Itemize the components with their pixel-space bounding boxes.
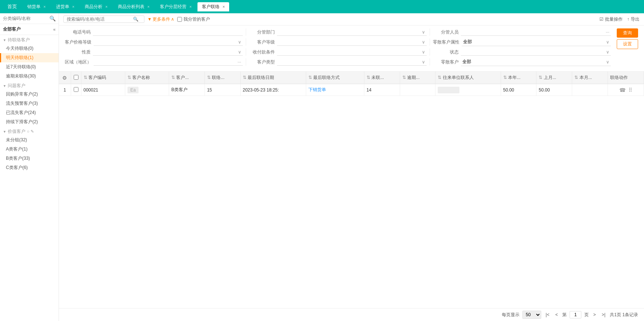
all-customers-title[interactable]: 全部客户 « [0, 24, 59, 35]
sidebar-item-today[interactable]: 今天待联络(0) [0, 44, 59, 53]
filter-phone-input[interactable] [93, 29, 243, 36]
filter-payment-select[interactable]: ∨ [277, 49, 427, 56]
sidebar-item-tomorrow[interactable]: 明天待联络(1) [0, 53, 59, 62]
search-submit-icon[interactable]: 🔍 [133, 17, 139, 22]
payment-arrow-icon: ∨ [422, 49, 425, 55]
more-filter-btn[interactable]: ▼ 更多条件 ∧ [147, 16, 174, 23]
sidebar-item-ungrouped[interactable]: 未分组(32) [0, 135, 59, 145]
row-checkbox [71, 84, 81, 96]
close-sales-tab[interactable]: × [43, 4, 46, 9]
nav-product-analysis-list[interactable]: 商品分析列表 × [113, 2, 154, 11]
row-last-method-link[interactable]: 下销货单 [308, 87, 326, 92]
filter-payment-label: 收付款条件 [249, 49, 275, 55]
per-page-select[interactable]: 50 100 200 [522, 311, 541, 319]
close-product-list-tab[interactable]: × [147, 4, 150, 9]
filter-region-select[interactable]: ··· [94, 59, 243, 66]
col-code[interactable]: ⇅ 客户编码 [81, 72, 125, 84]
col-action: 联络动作 [608, 72, 644, 84]
customer-table: ⚙ ⇅ 客户编码 ⇅ 客户名称 [59, 72, 644, 96]
filter-nature-select[interactable]: ∨ [93, 49, 243, 56]
query-button[interactable]: 查询 [617, 28, 638, 38]
filter-retail-select[interactable]: 全部∨ [461, 58, 611, 66]
row-index: 1 [59, 84, 71, 96]
search-input-wrap: 🔍 [63, 15, 144, 23]
col-this-year[interactable]: ⇅ 本年... [501, 72, 536, 84]
region-dots-icon: ··· [238, 59, 241, 65]
sidebar-item-overdue[interactable]: 逾期未联络(30) [0, 72, 59, 81]
filter-price-level-select[interactable]: ∨ [94, 39, 243, 46]
row-type: B类客户 [169, 84, 205, 96]
close-customer-contact-tab[interactable]: × [223, 4, 225, 9]
col-last-date[interactable]: ⇅ 最后联络日期 [240, 72, 306, 84]
search-input[interactable] [67, 17, 133, 22]
sidebar-item-class-b[interactable]: B类客户(33) [0, 154, 59, 163]
col-overdue[interactable]: ⇅ 逾期... [400, 72, 435, 84]
filter-dept: 分管部门 ∨ [249, 29, 427, 36]
col-this-year-sort-icon: ⇅ [503, 75, 508, 80]
filter-dept-select[interactable]: ∨ [277, 29, 427, 36]
select-all-checkbox[interactable] [74, 75, 78, 80]
row-contact: 15 [204, 84, 240, 96]
nav-sales[interactable]: 销货单 × [23, 2, 50, 11]
filter-dept-label: 分管部门 [249, 29, 275, 35]
sidebar-item-class-c[interactable]: C类客户(6) [0, 163, 59, 172]
filter-customer-type-select[interactable]: ∨ [277, 59, 427, 66]
page-first-btn[interactable]: |< [544, 311, 551, 318]
row-this-month [572, 84, 608, 96]
nav-customer-segment[interactable]: 客户分层经营 × [155, 2, 196, 11]
row-unit-contact [435, 84, 501, 96]
col-unlinkd[interactable]: ⇅ 未联... [364, 72, 400, 84]
col-last-date-sort-icon: ⇅ [243, 75, 248, 80]
action-more-icon[interactable]: ⠿ [629, 87, 632, 93]
sidebar-collapse-btn[interactable]: « [53, 27, 56, 32]
filter-manager-select[interactable]: ··· [461, 29, 611, 36]
nav-purchase[interactable]: 进货单 × [52, 2, 79, 11]
page-next-btn[interactable]: > [592, 311, 597, 318]
group-pending-contact[interactable]: 待联络客户 [0, 35, 59, 44]
setting-button[interactable]: 设置 [617, 39, 638, 49]
col-gear[interactable]: ⚙ [59, 72, 71, 84]
group-problem-customers[interactable]: 问题客户 [0, 81, 59, 90]
my-customers-checkbox[interactable] [177, 17, 182, 22]
nav-customer-contact[interactable]: 客户联络 × [197, 2, 229, 11]
close-product-analysis-tab[interactable]: × [105, 4, 108, 9]
action-contact-icon[interactable]: ☎ [619, 87, 626, 93]
col-contact[interactable]: ⇅ 联络... [204, 72, 240, 84]
group-value-customers[interactable]: 价值客户 ○ ✎ [0, 127, 59, 135]
col-last-method[interactable]: ⇅ 最后联络方式 [306, 72, 364, 84]
col-type[interactable]: ⇅ 客户... [169, 72, 205, 84]
sidebar-item-class-a[interactable]: A类客户(1) [0, 145, 59, 154]
sidebar-item-churn-warning[interactable]: 流失预警客户(3) [0, 99, 59, 108]
close-purchase-tab[interactable]: × [72, 4, 74, 9]
page-number-input[interactable] [570, 311, 581, 318]
filter-customer-level-select[interactable]: ∨ [277, 39, 427, 46]
export-btn[interactable]: ↑ 导出 [627, 16, 640, 23]
sidebar-item-churned[interactable]: 已流失客户(24) [0, 108, 59, 117]
sidebar-item-repurchase-abnormal[interactable]: 回购异常客户(2) [0, 90, 59, 99]
page-last-btn[interactable]: >| [600, 311, 607, 318]
row-select-checkbox[interactable] [74, 87, 78, 92]
sidebar-search-input[interactable] [3, 16, 49, 21]
table-gear-icon[interactable]: ⚙ [62, 75, 67, 81]
nav-home[interactable]: 首页 [3, 2, 21, 11]
total-label: 共1页 1条记录 [610, 312, 638, 318]
nav-product-analysis[interactable]: 商品分析 × [80, 2, 112, 11]
filter-retail-attr-select[interactable]: 全部∨ [462, 38, 611, 46]
col-name[interactable]: ⇅ 客户名称 [125, 72, 169, 84]
filter-status-select[interactable]: ∨ [461, 49, 611, 56]
batch-op-btn[interactable]: ☑ 批量操作 [599, 16, 623, 23]
sidebar-item-7days[interactable]: 近7天待联络(0) [0, 62, 59, 72]
col-contact-sort-icon: ⇅ [207, 75, 212, 80]
filter-status-label: 状态 [433, 49, 459, 55]
page-prev-btn[interactable]: < [554, 311, 559, 318]
col-this-month[interactable]: ⇅ 本月... [572, 72, 608, 84]
sidebar-item-declining[interactable]: 持续下滑客户(2) [0, 117, 59, 127]
col-last-month[interactable]: ⇅ 上月... [536, 72, 572, 84]
close-customer-segment-tab[interactable]: × [189, 4, 192, 9]
col-code-sort-icon: ⇅ [84, 75, 88, 80]
my-customers-checkbox-wrap: 我分管的客户 [177, 16, 210, 23]
row-code: 000021 [81, 84, 125, 96]
sidebar-search-icon[interactable]: 🔍 [49, 15, 56, 21]
row-last-month: 50.00 [536, 84, 572, 96]
col-unit-contact[interactable]: ⇅ 往来单位联系人 [435, 72, 501, 84]
